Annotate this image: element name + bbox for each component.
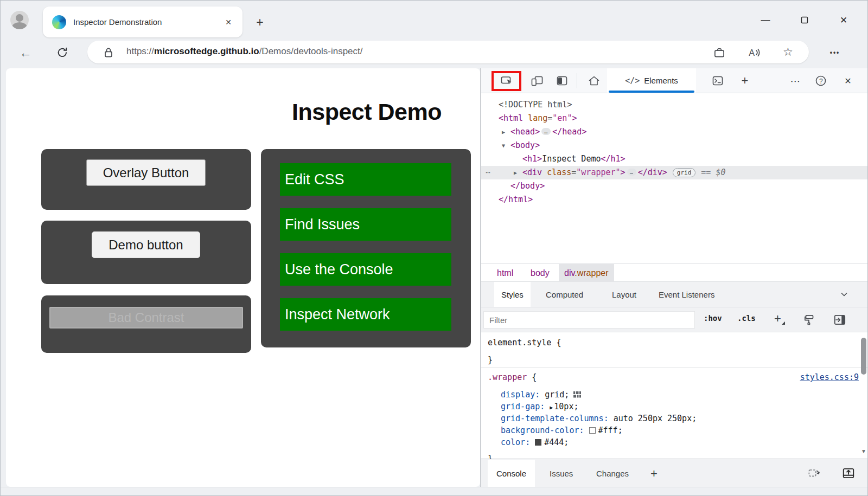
scroll-down-arrow[interactable]: ▼	[860, 448, 867, 455]
profile-avatar[interactable]	[10, 11, 29, 29]
new-tab-button[interactable]: +	[251, 14, 269, 31]
use-the-console-button[interactable]: Use the Console	[280, 253, 451, 286]
svg-text:A: A	[749, 48, 755, 57]
add-panel-button[interactable]: +	[737, 74, 752, 88]
demo-button[interactable]: Demo button	[92, 231, 200, 258]
css-prop-grid-gap[interactable]: grid-gap:▶10px;	[501, 401, 578, 413]
tab-layout[interactable]: Layout	[605, 282, 643, 307]
demo-button-box: Demo button	[41, 221, 251, 284]
element-classes-button[interactable]: .cls	[737, 314, 756, 323]
div-ellipsis-button[interactable]: …	[627, 169, 636, 176]
wrapper-rule-close: }	[488, 453, 493, 459]
css-prop-background-color[interactable]: background-color:#fff;	[501, 424, 623, 436]
dom-row-html-close[interactable]: </html>	[481, 193, 867, 207]
wrapper-rule-selector[interactable]: .wrapper{	[488, 371, 537, 383]
show-sidebar-icon[interactable]	[833, 313, 847, 327]
devtools-more-button[interactable]: ⋯	[788, 74, 803, 88]
elements-tab-label: Elements	[644, 76, 678, 85]
browser-menu-button[interactable]: •••	[823, 45, 847, 60]
dom-row-h1[interactable]: <h1>Inspect Demo</h1>	[481, 152, 867, 166]
window-content: Inspect Demo Overlay Button Demo button …	[1, 66, 868, 487]
browser-tab[interactable]: Inspector Demonstration ✕	[43, 7, 242, 37]
dom-row-body-close[interactable]: </body>	[481, 179, 867, 193]
overlay-button-box: Overlay Button	[41, 149, 251, 210]
inspect-network-button[interactable]: Inspect Network	[280, 298, 451, 331]
styles-filter-input[interactable]	[483, 311, 695, 328]
paint-brush-icon[interactable]	[802, 313, 816, 327]
css-prop-color[interactable]: color:#444;	[501, 436, 569, 448]
refresh-button[interactable]	[53, 43, 72, 62]
color-swatch-dark[interactable]	[535, 439, 541, 446]
url-text[interactable]: https://microsoftedge.github.io/Demos/de…	[126, 46, 363, 57]
expand-arrow-icon[interactable]: ▶	[514, 166, 517, 179]
expand-drawer-icon[interactable]	[841, 466, 856, 480]
dom-row-body-open[interactable]: ▼<body>	[481, 139, 867, 152]
css-prop-display[interactable]: display:grid;	[501, 389, 582, 401]
bad-contrast-button[interactable]: Bad Contrast	[49, 307, 243, 328]
window-bottom-edge	[1, 487, 868, 496]
devtools-drawer: Console Issues Changes +	[481, 459, 867, 487]
tab-event-listeners[interactable]: Event Listeners	[652, 282, 722, 307]
inline-style-rule[interactable]: element.style{	[488, 337, 561, 349]
grid-editor-icon[interactable]	[573, 391, 582, 398]
code-icon: </>	[625, 76, 640, 86]
bad-contrast-box: Bad Contrast	[41, 295, 251, 353]
address-bar[interactable]: https://microsoftedge.github.io/Demos/de…	[87, 41, 809, 63]
device-emulation-icon[interactable]	[531, 74, 544, 87]
dom-row-doctype[interactable]: <!DOCTYPE html>	[481, 98, 867, 112]
active-tab-underline	[609, 91, 694, 93]
edit-css-button[interactable]: Edit CSS	[280, 163, 451, 196]
dom-row-html-open[interactable]: <htmllang="en">	[481, 112, 867, 125]
new-style-rule-button[interactable]: +	[774, 312, 781, 326]
tab-computed[interactable]: Computed	[539, 282, 590, 307]
back-button[interactable]: ←	[16, 43, 35, 62]
expand-arrow-icon[interactable]: ▶	[550, 404, 553, 410]
lock-icon[interactable]	[101, 46, 116, 60]
dom-tree: <!DOCTYPE html> <htmllang="en"> ▶<head>……	[481, 93, 867, 264]
toggle-hover-state-button[interactable]: :hov	[704, 314, 722, 323]
read-aloud-icon[interactable]: A	[747, 46, 761, 60]
home-icon[interactable]	[588, 74, 601, 87]
drawer-tab-issues[interactable]: Issues	[541, 460, 582, 487]
toolbar-separator	[577, 73, 577, 88]
url-path: /Demos/devtools-inspect/	[259, 46, 363, 56]
color-swatch-white[interactable]	[589, 427, 596, 434]
expand-arrow-icon[interactable]: ▶	[502, 125, 505, 139]
find-issues-button[interactable]: Find Issues	[280, 208, 451, 241]
green-buttons-box: Edit CSS Find Issues Use the Console Ins…	[261, 149, 471, 347]
inspect-element-icon[interactable]	[500, 74, 513, 87]
breadcrumb-html[interactable]: html	[492, 264, 519, 282]
dock-side-icon[interactable]	[556, 74, 569, 87]
drawer-tab-console[interactable]: Console	[488, 460, 535, 487]
devtools-help-icon[interactable]: ?	[814, 74, 827, 87]
drawer-add-tab-button[interactable]: +	[642, 460, 666, 487]
console-panel-icon[interactable]	[711, 74, 724, 87]
drawer-tab-changes[interactable]: Changes	[588, 460, 637, 487]
devtools-close-button[interactable]: ✕	[840, 74, 856, 88]
scrollbar-thumb[interactable]	[861, 338, 866, 375]
styles-sidebar-tabs: Styles Computed Layout Event Listeners	[481, 282, 867, 307]
undock-drawer-icon[interactable]	[807, 466, 821, 480]
css-prop-grid-template-columns[interactable]: grid-template-columns:auto 250px 250px;	[501, 413, 697, 424]
svg-text:?: ?	[819, 78, 823, 85]
favorites-star-icon[interactable]: ☆	[783, 46, 797, 60]
tab-elements[interactable]: </> Elements	[607, 68, 696, 93]
tab-close-button[interactable]: ✕	[222, 16, 235, 29]
breadcrumb: html body div.wrapper	[481, 264, 867, 282]
stylesheet-link[interactable]: styles.css:9	[800, 371, 859, 383]
breadcrumb-body[interactable]: body	[525, 264, 555, 282]
chevron-down-icon[interactable]	[839, 289, 849, 299]
collapse-arrow-icon[interactable]: ▼	[502, 139, 505, 152]
breadcrumb-div-wrapper[interactable]: div.wrapper	[559, 264, 614, 282]
collections-icon[interactable]	[712, 46, 726, 60]
dom-row-div-wrapper-selected[interactable]: ⋯▶<divclass="wrapper">…</div>grid== $0	[481, 166, 867, 179]
grid-badge[interactable]: grid	[673, 168, 696, 177]
overlay-button[interactable]: Overlay Button	[86, 159, 206, 186]
window-minimize-button[interactable]: —	[755, 11, 776, 29]
window-close-button[interactable]: ✕	[833, 11, 854, 29]
dom-row-head[interactable]: ▶<head>…</head>	[481, 125, 867, 139]
head-ellipsis-button[interactable]: …	[541, 128, 551, 135]
tab-styles[interactable]: Styles	[494, 282, 531, 307]
row-more-button[interactable]: ⋯	[486, 166, 491, 179]
window-maximize-button[interactable]	[794, 11, 815, 29]
